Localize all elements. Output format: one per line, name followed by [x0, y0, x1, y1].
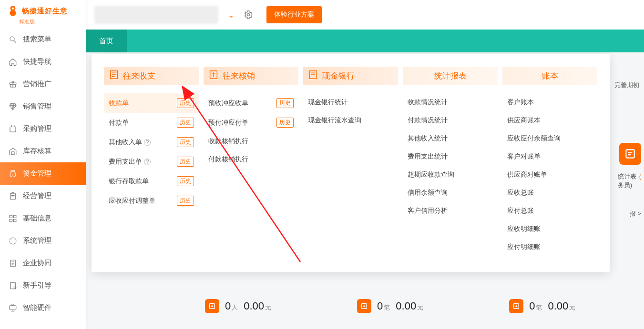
- sidebar-item-3[interactable]: 销售管理: [0, 95, 86, 118]
- history-tag[interactable]: 历史: [177, 118, 194, 128]
- brand-name: 畅捷通好生意: [22, 7, 68, 16]
- mega-menu-item[interactable]: 付款单历史: [104, 113, 199, 132]
- stat-icon: [205, 299, 219, 313]
- mega-item-label: 超期应收款查询: [408, 170, 454, 179]
- mega-menu: 往来收支收款单历史付款单历史其他收入单?历史费用支出单?历史银行存取款单历史应收…: [92, 54, 610, 272]
- logo: 畅捷通好生意: [0, 0, 86, 20]
- sidebar-item-label: 搜索菜单: [23, 35, 51, 44]
- mega-menu-item[interactable]: 其他收入单?历史: [104, 132, 199, 152]
- stats-row: 0人0.00元0笔0.00元0笔0.00元: [181, 292, 625, 320]
- mega-menu-item[interactable]: 预付冲应付单历史: [204, 113, 298, 132]
- tv-icon: [9, 304, 17, 312]
- sidebar-item-8[interactable]: 基础信息: [0, 207, 86, 229]
- mega-menu-item[interactable]: 应收应付余额查询: [502, 130, 597, 148]
- sidebar-item-label: 资金管理: [23, 169, 51, 178]
- mega-column-4: 账本客户账本供应商账本应收应付余额查询客户对账单供应商对账单应收总账应付总账应收…: [502, 67, 597, 256]
- warehouse-icon: [9, 147, 17, 156]
- sidebar-item-1[interactable]: 快捷导航: [0, 50, 86, 73]
- sidebar-item-12[interactable]: 智能硬件: [0, 297, 86, 319]
- trial-button[interactable]: 体验行业方案: [266, 6, 322, 23]
- tab-home[interactable]: 首页: [86, 30, 127, 52]
- hint-text: 统计表( 务员): [618, 172, 641, 189]
- tab-strip: 首页: [86, 30, 644, 52]
- mega-menu-item[interactable]: 供应商对账单: [502, 166, 597, 184]
- mega-menu-item[interactable]: 现金银行流水查询: [303, 111, 398, 130]
- mega-item-label: 付款单: [109, 119, 129, 127]
- help-icon[interactable]: ?: [144, 159, 151, 165]
- gear-icon[interactable]: [244, 10, 253, 20]
- mega-menu-item[interactable]: 信用余额查询: [403, 184, 498, 202]
- sidebar-item-10[interactable]: 企业协同: [0, 252, 86, 274]
- sidebar-item-11[interactable]: 新手引导: [0, 274, 86, 297]
- money-bag-icon: ¥: [9, 169, 17, 178]
- mega-item-label: 供应商账本: [507, 116, 541, 125]
- mega-menu-item[interactable]: 客户信用分析: [403, 202, 498, 220]
- mega-item-label: 收款单: [109, 99, 129, 108]
- mega-menu-item[interactable]: 应付总账: [502, 202, 597, 220]
- sidebar-item-label: 企业协同: [23, 259, 51, 268]
- sidebar-item-5[interactable]: 库存核算: [0, 140, 86, 162]
- history-tag[interactable]: 历史: [177, 176, 194, 186]
- stat-icon: [357, 299, 371, 313]
- org-selector[interactable]: [94, 6, 218, 24]
- search-icon: [9, 35, 17, 44]
- sidebar-item-9[interactable]: 系统管理: [0, 229, 86, 252]
- mega-menu-item[interactable]: 预收冲应收单历史: [204, 93, 298, 113]
- sidebar-item-6[interactable]: ¥资金管理: [0, 162, 86, 185]
- content-area: 完善期初 统计表( 务员) 报 > 往来收支收款单历史付款单历史其他收入单?历史…: [86, 52, 644, 329]
- sidebar-item-4[interactable]: 采购管理: [0, 118, 86, 140]
- mega-item-label: 客户对账单: [507, 152, 541, 161]
- gift-icon: [9, 80, 17, 89]
- mega-menu-item[interactable]: 费用支出统计: [403, 148, 498, 166]
- svg-rect-5: [11, 151, 14, 154]
- svg-rect-4: [10, 127, 16, 132]
- hint-text: 完善期初: [614, 81, 639, 90]
- sidebar-item-label: 销售管理: [23, 102, 51, 111]
- mega-menu-item[interactable]: 超期应收款查询: [403, 166, 498, 184]
- stat-group-1: 0笔0.00元: [357, 299, 423, 313]
- mega-item-label: 应收应付调整单: [109, 197, 155, 205]
- history-tag[interactable]: 历史: [177, 137, 194, 147]
- mega-menu-item[interactable]: 费用支出单?历史: [104, 152, 199, 171]
- mega-menu-item[interactable]: 收款情况统计: [403, 93, 498, 111]
- mega-menu-item[interactable]: 客户账本: [502, 93, 597, 111]
- history-tag[interactable]: 历史: [276, 118, 294, 128]
- mega-menu-item[interactable]: 供应商账本: [502, 111, 597, 130]
- mega-menu-item[interactable]: 应收总账: [502, 184, 597, 202]
- mega-menu-item[interactable]: 应收应付调整单历史: [104, 191, 199, 210]
- chevron-down-icon[interactable]: ⌄: [228, 10, 234, 20]
- svg-point-16: [14, 287, 16, 289]
- diamond-icon: [9, 102, 17, 111]
- mega-column-header: 账本: [502, 67, 597, 85]
- mega-menu-item[interactable]: 付款核销执行: [204, 150, 298, 169]
- cart-icon: [9, 125, 17, 133]
- mega-item-label: 现金银行流水查询: [308, 116, 361, 125]
- mega-menu-item[interactable]: 应付明细账: [502, 238, 597, 256]
- logo-icon: [7, 5, 19, 17]
- mega-menu-item[interactable]: 付款情况统计: [403, 111, 498, 130]
- sidebar-item-0[interactable]: 搜索菜单: [0, 28, 86, 50]
- mega-item-label: 预付冲应付单: [208, 119, 248, 127]
- grid-icon: [9, 214, 17, 223]
- quick-action-icon[interactable]: [619, 143, 641, 165]
- help-icon[interactable]: ?: [144, 139, 151, 146]
- mega-menu-item[interactable]: 其他收入统计: [403, 130, 498, 148]
- mega-menu-item[interactable]: 现金银行统计: [303, 93, 398, 111]
- mega-item-label: 客户信用分析: [408, 207, 448, 215]
- mega-menu-item[interactable]: 收款单历史: [104, 93, 199, 113]
- mega-item-label: 费用支出统计: [408, 152, 448, 161]
- history-tag[interactable]: 历史: [177, 98, 194, 108]
- history-tag[interactable]: 历史: [177, 157, 194, 167]
- stat-group-0: 0人0.00元: [205, 299, 271, 313]
- receipt-icon: [109, 70, 119, 82]
- sidebar-item-7[interactable]: 经营管理: [0, 185, 86, 207]
- history-tag[interactable]: 历史: [177, 196, 194, 206]
- mega-item-label: 供应商对账单: [507, 170, 547, 179]
- history-tag[interactable]: 历史: [276, 98, 294, 108]
- mega-menu-item[interactable]: 客户对账单: [502, 148, 597, 166]
- mega-column-0: 往来收支收款单历史付款单历史其他收入单?历史费用支出单?历史银行存取款单历史应收…: [104, 67, 199, 256]
- sidebar-item-2[interactable]: 营销推广: [0, 73, 86, 95]
- mega-menu-item[interactable]: 银行存取款单历史: [104, 171, 199, 191]
- mega-menu-item[interactable]: 应收明细账: [502, 220, 597, 238]
- mega-menu-item[interactable]: 收款核销执行: [204, 132, 298, 150]
